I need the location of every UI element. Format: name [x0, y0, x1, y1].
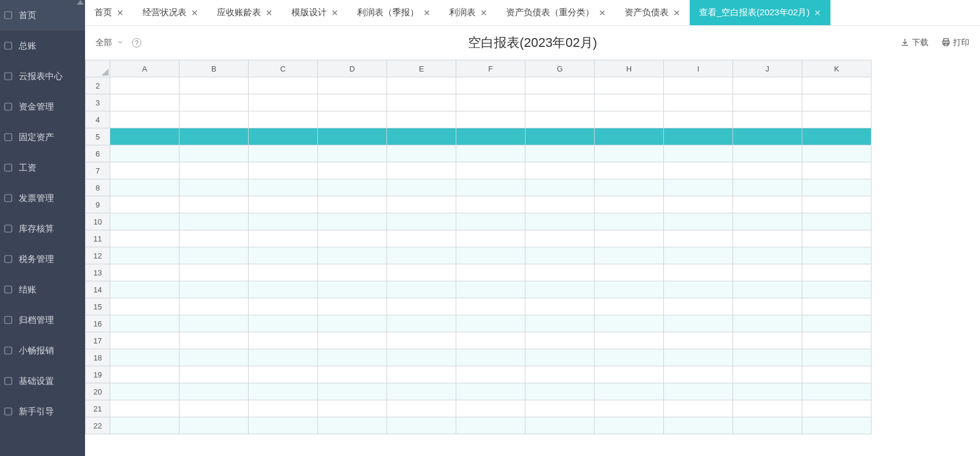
cell-H9[interactable] — [595, 196, 664, 213]
tab-4[interactable]: 利润表（季报）✕ — [348, 0, 440, 25]
help-icon[interactable]: ? — [132, 38, 141, 47]
cell-B16[interactable] — [179, 315, 249, 332]
cell-F21[interactable] — [456, 400, 525, 417]
cell-F20[interactable] — [456, 383, 525, 400]
col-header-E[interactable]: E — [387, 60, 456, 77]
cell-K10[interactable] — [802, 213, 872, 230]
cell-F8[interactable] — [456, 179, 525, 196]
cell-K4[interactable] — [802, 111, 872, 128]
col-header-K[interactable]: K — [802, 60, 872, 77]
cell-A5[interactable] — [110, 128, 179, 145]
cell-E13[interactable] — [387, 264, 456, 281]
cell-I11[interactable] — [664, 230, 733, 247]
cell-H6[interactable] — [595, 145, 664, 162]
cell-D3[interactable] — [318, 94, 387, 111]
cell-C19[interactable] — [249, 366, 318, 383]
cell-I22[interactable] — [664, 417, 733, 434]
cell-A15[interactable] — [110, 298, 179, 315]
cell-F2[interactable] — [456, 77, 525, 94]
cell-C18[interactable] — [249, 349, 318, 366]
sheet-corner[interactable] — [86, 60, 110, 77]
cell-B14[interactable] — [179, 281, 249, 298]
sidebar-item-8[interactable]: 税务管理 — [0, 244, 85, 274]
cell-B6[interactable] — [179, 145, 249, 162]
tab-3[interactable]: 模版设计✕ — [282, 0, 348, 25]
cell-H13[interactable] — [595, 264, 664, 281]
cell-H2[interactable] — [595, 77, 664, 94]
cell-C16[interactable] — [249, 315, 318, 332]
cell-E6[interactable] — [387, 145, 456, 162]
cell-J7[interactable] — [733, 162, 802, 179]
cell-G13[interactable] — [525, 264, 595, 281]
cell-I9[interactable] — [664, 196, 733, 213]
cell-G20[interactable] — [525, 383, 595, 400]
cell-K13[interactable] — [802, 264, 872, 281]
cell-G21[interactable] — [525, 400, 595, 417]
cell-D7[interactable] — [318, 162, 387, 179]
cell-G5[interactable] — [525, 128, 595, 145]
tab-1[interactable]: 经营状况表✕ — [133, 0, 208, 25]
cell-K21[interactable] — [802, 400, 872, 417]
cell-F10[interactable] — [456, 213, 525, 230]
cell-I3[interactable] — [664, 94, 733, 111]
cell-C20[interactable] — [249, 383, 318, 400]
cell-A13[interactable] — [110, 264, 179, 281]
cell-D20[interactable] — [318, 383, 387, 400]
col-header-D[interactable]: D — [318, 60, 387, 77]
close-icon[interactable]: ✕ — [117, 8, 124, 18]
cell-A10[interactable] — [110, 213, 179, 230]
row-header-2[interactable]: 2 — [86, 77, 110, 94]
cell-K18[interactable] — [802, 349, 872, 366]
cell-C10[interactable] — [249, 213, 318, 230]
cell-E3[interactable] — [387, 94, 456, 111]
cell-H19[interactable] — [595, 366, 664, 383]
download-button[interactable]: 下载 — [900, 38, 928, 49]
cell-D15[interactable] — [318, 298, 387, 315]
row-header-14[interactable]: 14 — [86, 281, 110, 298]
cell-D11[interactable] — [318, 230, 387, 247]
cell-A12[interactable] — [110, 247, 179, 264]
row-header-7[interactable]: 7 — [86, 162, 110, 179]
cell-K16[interactable] — [802, 315, 872, 332]
cell-G18[interactable] — [525, 349, 595, 366]
cell-J8[interactable] — [733, 179, 802, 196]
cell-I6[interactable] — [664, 145, 733, 162]
row-header-12[interactable]: 12 — [86, 247, 110, 264]
cell-F9[interactable] — [456, 196, 525, 213]
close-icon[interactable]: ✕ — [673, 8, 680, 18]
cell-C22[interactable] — [249, 417, 318, 434]
sidebar-item-7[interactable]: 库存核算 — [0, 213, 85, 244]
cell-D22[interactable] — [318, 417, 387, 434]
cell-B3[interactable] — [179, 94, 249, 111]
cell-B9[interactable] — [179, 196, 249, 213]
cell-H4[interactable] — [595, 111, 664, 128]
cell-F17[interactable] — [456, 332, 525, 349]
cell-I4[interactable] — [664, 111, 733, 128]
cell-A3[interactable] — [110, 94, 179, 111]
cell-D16[interactable] — [318, 315, 387, 332]
row-header-11[interactable]: 11 — [86, 230, 110, 247]
cell-I8[interactable] — [664, 179, 733, 196]
cell-F15[interactable] — [456, 298, 525, 315]
cell-B10[interactable] — [179, 213, 249, 230]
cell-I2[interactable] — [664, 77, 733, 94]
close-icon[interactable]: ✕ — [423, 8, 430, 18]
sidebar-scroll-up-icon[interactable] — [77, 0, 84, 5]
cell-H14[interactable] — [595, 281, 664, 298]
sidebar-item-10[interactable]: 归档管理 — [0, 305, 85, 335]
cell-G11[interactable] — [525, 230, 595, 247]
tab-6[interactable]: 资产负债表（重分类）✕ — [497, 0, 615, 25]
cell-E10[interactable] — [387, 213, 456, 230]
cell-F5[interactable] — [456, 128, 525, 145]
cell-B21[interactable] — [179, 400, 249, 417]
cell-J10[interactable] — [733, 213, 802, 230]
cell-A19[interactable] — [110, 366, 179, 383]
row-header-3[interactable]: 3 — [86, 94, 110, 111]
cell-I19[interactable] — [664, 366, 733, 383]
cell-B22[interactable] — [179, 417, 249, 434]
cell-J11[interactable] — [733, 230, 802, 247]
filter-dropdown[interactable]: 全部 ? — [96, 38, 141, 48]
cell-C6[interactable] — [249, 145, 318, 162]
cell-G16[interactable] — [525, 315, 595, 332]
cell-K9[interactable] — [802, 196, 872, 213]
